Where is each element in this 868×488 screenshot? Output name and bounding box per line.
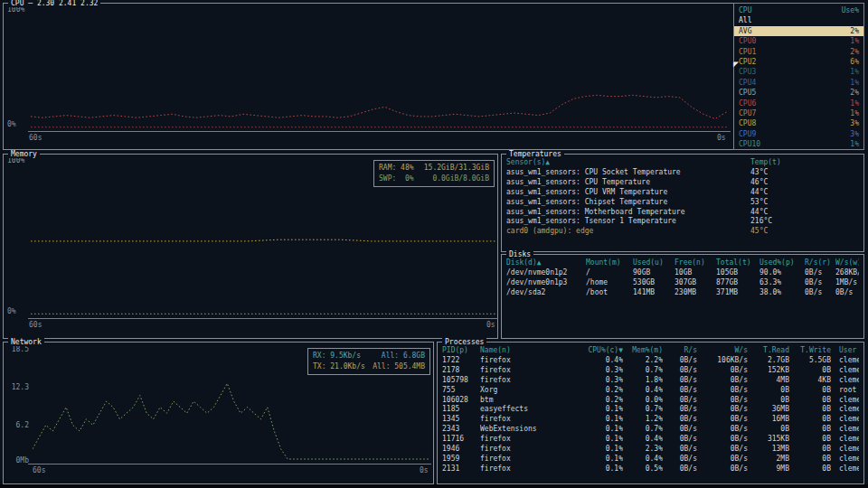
used-percent-column-header: Used%(p) (760, 258, 805, 268)
cell: 0B (789, 425, 831, 435)
cell: 3% (850, 129, 859, 139)
cell: firefox (480, 445, 581, 455)
cpu-legend-row[interactable]: CPU52% (739, 88, 859, 98)
process-row[interactable]: 106028btm0.2%0.0%0B/s0B/s0B0Bcleme… (442, 396, 859, 406)
disk-row[interactable]: /dev/nvme0n1p3/home530GB307GB877GB63.3%0… (506, 278, 859, 288)
cell: cleme… (831, 435, 859, 445)
process-row[interactable]: 105798firefox0.3%1.8%0B/s0B/s4MB4KBcleme… (442, 376, 859, 386)
cell: firefox (480, 356, 581, 366)
cell: cleme… (831, 396, 859, 406)
cell: 0B/s (663, 386, 697, 396)
cell: 63.3% (760, 278, 805, 288)
cell: 530GB (633, 278, 675, 288)
cell: firefox (480, 465, 581, 474)
cell: 0B/s (805, 288, 835, 298)
temperature-row[interactable]: asus_wm1_sensors: Tsensor 1 Temperature2… (506, 217, 859, 227)
cpu-legend-row[interactable]: CPU01% (739, 36, 859, 46)
cell: 106028 (442, 396, 480, 406)
process-row[interactable]: 1959firefox0.1%0.4%0B/s0B/s2MB0Bcleme… (442, 455, 859, 465)
cpu-legend-panel[interactable]: CPU Use% All AVG2%CPU01%CPU12%CPU26%CPU3… (733, 3, 864, 150)
process-row[interactable]: 1185easyeffects0.1%0.7%0B/s0B/s36MB0Bcle… (442, 405, 859, 415)
cell: 0B/s (697, 405, 748, 415)
cpu-legend-row[interactable]: CPU41% (739, 78, 859, 88)
cell: 4MB (748, 376, 789, 386)
process-row[interactable]: 1722firefox0.4%2.2%0B/s106KB/s2.7GB5.5GB… (442, 356, 859, 366)
memory-panel[interactable]: Memory 100% 0% 60s 0s RAM: 48% 15.2GiB/3… (3, 154, 498, 339)
cell: Xorg (480, 386, 581, 396)
temperature-row[interactable]: card0 (amdgpu): edge45°C (506, 227, 859, 237)
temperature-row[interactable]: asus_wm1_sensors: CPU Temperature46°C (506, 178, 859, 188)
cell: 2.3% (623, 445, 663, 455)
swap-legend-row: SWP: 0% 0.0GiB/8.0GiB (379, 174, 489, 184)
process-row[interactable]: 755Xorg0.2%0.4%0B/s0B/s0B0Broot (442, 386, 859, 396)
swap-value: 0.0GiB/8.0GiB (432, 174, 489, 184)
cpu-legend-header-row[interactable]: CPU Use% (739, 5, 859, 15)
cell: 44°C (750, 188, 859, 198)
cell: cleme… (831, 415, 859, 425)
disk-row[interactable]: /dev/nvme0n1p2/90GB10GB105GB90.0%0B/s268… (506, 268, 859, 278)
memory-legend: RAM: 48% 15.2GiB/31.3GiB SWP: 0% 0.0GiB/… (373, 160, 495, 187)
cell: 105GB (716, 268, 760, 278)
read-rate-column-header: R/s (663, 346, 697, 356)
temperature-row[interactable]: asus_wm1_sensors: CPU Socket Temperature… (506, 168, 859, 178)
cell: 4KB (789, 376, 831, 386)
process-row[interactable]: 1345firefox0.1%1.2%0B/s0B/s16MB0Bcleme… (442, 415, 859, 425)
cell: 0.1% (581, 435, 623, 445)
cell: 1.8% (623, 376, 663, 386)
cell: 0B/s (697, 366, 748, 376)
cell: 0B/s (663, 405, 697, 415)
processes-header-row[interactable]: PID(p) Name(n) CPU%(c)▼ Mem%(m) R/s W/s … (442, 346, 859, 356)
temperatures-header-row[interactable]: Sensor(s)▲ Temp(t) (506, 158, 859, 168)
disks-rows: /dev/nvme0n1p2/90GB10GB105GB90.0%0B/s268… (506, 268, 859, 298)
disk-row[interactable]: /dev/sda2/boot141MB230MB371MB38.0%0B/s0B… (506, 288, 859, 298)
cpu-legend-row[interactable]: CPU12% (739, 47, 859, 57)
cell: firefox (480, 455, 581, 465)
cell: 0.5% (623, 465, 663, 474)
cpu-legend-row[interactable]: CPU83% (739, 118, 859, 128)
cell: AVG (739, 26, 751, 36)
process-row[interactable]: 2178firefox0.3%0.7%0B/s0B/s152KB0Bcleme… (442, 366, 859, 376)
cpu-percent-column-header: CPU%(c)▼ (581, 346, 623, 356)
temperature-row[interactable]: asus_wm1_sensors: CPU VRM Temperature44°… (506, 188, 859, 198)
processes-panel[interactable]: Processes PID(p) Name(n) CPU%(c)▼ Mem%(m… (437, 342, 864, 484)
cell: 0.4% (581, 356, 623, 366)
temperatures-panel[interactable]: Temperatures Sensor(s)▲ Temp(t) asus_wm1… (501, 154, 864, 252)
cell: 0.1% (581, 405, 623, 415)
cell: 0B (789, 435, 831, 445)
temperature-row[interactable]: asus_wm1_sensors: Chipset Temperature53°… (506, 198, 859, 208)
cpu-legend-group-all[interactable]: All (739, 15, 859, 25)
cell: 152KB (748, 366, 789, 376)
processes-rows: 1722firefox0.4%2.2%0B/s106KB/s2.7GB5.5GB… (442, 356, 859, 474)
cell: 10GB (675, 268, 716, 278)
cpu-legend-row[interactable]: CPU71% (739, 108, 859, 118)
disks-header-row[interactable]: Disk(d)▲ Mount(m) Used(u) Free(n) Total(… (506, 258, 859, 268)
cpu-legend-row[interactable]: CPU93% (739, 129, 859, 139)
sensor-column-header: Sensor(s)▲ (506, 158, 750, 168)
process-row[interactable]: 2131firefox0.1%0.5%0B/s0B/s9MB0Bcleme… (442, 465, 859, 474)
process-row[interactable]: 11716firefox0.1%0.4%0B/s0B/s315KB0Bcleme… (442, 435, 859, 445)
cell: 36MB (748, 405, 789, 415)
cell: 0B (748, 386, 789, 396)
cell: CPU4 (739, 78, 756, 88)
network-panel[interactable]: Network 18.5 12.3 6.2 0Mb 60s 0s RX: 9.5… (3, 342, 434, 484)
total-write-column-header: T.Write (789, 346, 831, 356)
cell: 46°C (750, 178, 859, 188)
disks-panel-title: Disks (506, 250, 533, 258)
cpu-legend-row[interactable]: AVG2% (734, 26, 863, 36)
temperature-row[interactable]: asus_wm1_sensors: Motherboard Temperatur… (506, 208, 859, 218)
cpu-x-left-label: 60s (29, 134, 42, 143)
cell: 0B (789, 366, 831, 376)
cpu-legend-row[interactable]: CPU101% (739, 139, 859, 149)
cpu-legend-row[interactable]: CPU31% (739, 67, 859, 77)
cpu-legend-row[interactable]: CPU61% (739, 99, 859, 108)
process-row[interactable]: 1946firefox0.1%2.3%0B/s0B/s13MB0Bcleme… (442, 445, 859, 455)
cell: asus_wm1_sensors: Chipset Temperature (506, 198, 750, 208)
user-column-header: User (831, 346, 859, 356)
cell: asus_wm1_sensors: Tsensor 1 Temperature (506, 217, 750, 227)
cell: 0B/s (663, 366, 697, 376)
temperatures-rows: asus_wm1_sensors: CPU Socket Temperature… (506, 168, 859, 237)
write-rate-column-header: W/s(w) (835, 258, 859, 268)
disks-panel[interactable]: Disks Disk(d)▲ Mount(m) Used(u) Free(n) … (501, 254, 864, 339)
process-row[interactable]: 2343WebExtensions0.1%0.7%0B/s0B/s0B0Bcle… (442, 425, 859, 435)
cpu-legend-row[interactable]: CPU26% (739, 57, 859, 67)
